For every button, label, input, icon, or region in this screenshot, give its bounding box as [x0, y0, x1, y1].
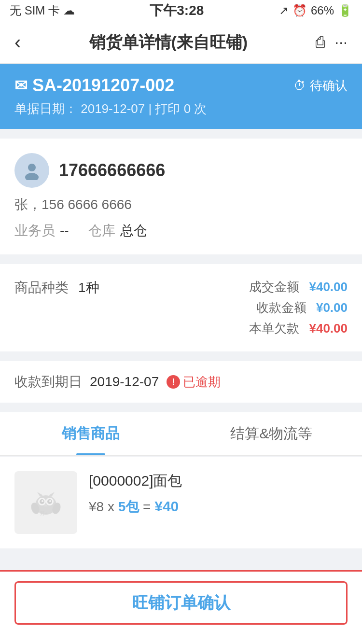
tab-settlement[interactable]: 结算&物流等 — [181, 412, 362, 455]
due-card: 收款到期日 2019-12-07 ! 已逾期 — [0, 361, 362, 403]
order-icon: ✉ — [14, 76, 28, 95]
customer-top: 17666666666 — [14, 153, 348, 188]
svg-point-8 — [49, 500, 51, 502]
order-meta: 单据日期： 2019-12-07 | 打印 0 次 — [14, 100, 348, 117]
svg-point-0 — [28, 164, 36, 171]
svg-point-7 — [42, 500, 43, 502]
header-card-top: ✉ SA-20191207-002 ⏱ 待确认 — [14, 75, 348, 96]
tab-settlement-label: 结算&物流等 — [230, 425, 312, 441]
salesperson-value: -- — [60, 223, 69, 238]
location-icon: ↗ — [279, 4, 289, 17]
price-quantity: 5包 — [118, 499, 139, 514]
order-id-text: SA-20191207-002 — [32, 75, 174, 96]
warehouse-item: 仓库 总仓 — [88, 222, 147, 240]
summary-card: 商品种类 1种 成交金额 ¥40.00 收款金额 ¥0.00 本单欠款 ¥40.… — [0, 264, 362, 351]
status-time: 下午3:28 — [150, 1, 204, 20]
overdue-badge: ! 已逾期 — [167, 374, 221, 391]
bottom-btn-container: 旺铺订单确认 — [0, 570, 362, 644]
due-label: 收款到期日 — [14, 373, 82, 391]
tab-products-label: 销售商品 — [62, 425, 120, 441]
alarm-icon: ⏰ — [292, 4, 307, 17]
price-unit: ¥8 — [89, 499, 104, 514]
avatar — [14, 153, 49, 188]
nav-actions: ⎙ ··· — [316, 33, 348, 51]
product-price: ¥8 x 5包 = ¥40 — [89, 498, 348, 516]
summary-right: 成交金额 ¥40.00 收款金额 ¥0.00 本单欠款 ¥40.00 — [249, 279, 348, 337]
salesperson-label: 业务员 — [14, 222, 55, 240]
tabs-container: 销售商品 结算&物流等 — [0, 412, 362, 456]
overdue-icon: ! — [167, 375, 180, 389]
amount-row: 成交金额 ¥40.00 — [249, 279, 348, 295]
print-info: | 打印 0 次 — [148, 101, 207, 116]
price-multiply: x — [108, 499, 118, 514]
nav-bar: ‹ 销货单详情(来自旺铺) ⎙ ··· — [0, 21, 362, 64]
tab-products[interactable]: 销售商品 — [0, 412, 181, 455]
status-right: ↗ ⏰ 66% 🔋 — [279, 4, 352, 17]
battery-text: 66% — [311, 4, 334, 17]
status-badge: ⏱ 待确认 — [293, 77, 348, 94]
product-image: 野+ — [14, 471, 77, 534]
receipt-row: 收款金额 ¥0.00 — [256, 299, 348, 316]
amount-value: ¥40.00 — [309, 280, 348, 294]
svg-text:野+: 野+ — [40, 511, 48, 516]
warehouse-label: 仓库 — [88, 222, 115, 240]
price-total: ¥40 — [154, 498, 179, 514]
receipt-label: 收款金额 — [256, 299, 306, 316]
product-card: 野+ [0000002]面包 ¥8 x 5包 = ¥40 — [0, 457, 362, 548]
customer-name: 张，156 6666 6666 — [14, 196, 348, 214]
product-image-logo: 野+ — [27, 488, 65, 517]
confirm-button[interactable]: 旺铺订单确认 — [14, 581, 348, 625]
status-bar: 无 SIM 卡 ☁ 下午3:28 ↗ ⏰ 66% 🔋 — [0, 0, 362, 21]
summary-left: 商品种类 1种 — [14, 279, 99, 297]
status-clock-icon: ⏱ — [293, 78, 306, 93]
price-equals: = — [143, 499, 154, 514]
customer-card: 17666666666 张，156 6666 6666 业务员 -- 仓库 总仓 — [0, 139, 362, 254]
date-label: 单据日期： — [14, 101, 77, 116]
svg-point-1 — [25, 173, 39, 180]
debt-value: ¥40.00 — [309, 321, 348, 336]
header-card: ✉ SA-20191207-002 ⏱ 待确认 单据日期： 2019-12-07… — [0, 64, 362, 129]
customer-phone: 17666666666 — [59, 160, 165, 181]
due-date: 2019-12-07 — [90, 374, 159, 390]
sim-status: 无 SIM 卡 ☁ — [10, 3, 75, 18]
customer-details: 业务员 -- 仓库 总仓 — [14, 222, 348, 240]
warehouse-value: 总仓 — [120, 222, 147, 240]
order-id: ✉ SA-20191207-002 — [14, 75, 174, 96]
status-left: 无 SIM 卡 ☁ — [10, 3, 75, 18]
product-type-label: 商品种类 — [14, 279, 69, 297]
overdue-text: 已逾期 — [183, 374, 221, 391]
receipt-value: ¥0.00 — [316, 300, 348, 315]
page-title: 销货单详情(来自旺铺) — [89, 31, 248, 54]
product-type-value: 1种 — [78, 279, 99, 297]
product-name: [0000002]面包 — [89, 471, 348, 491]
confirm-button-label: 旺铺订单确认 — [132, 592, 230, 614]
debt-label: 本单欠款 — [249, 320, 299, 337]
salesperson-item: 业务员 -- — [14, 222, 69, 240]
order-date: 2019-12-07 — [81, 101, 145, 116]
battery-icon: 🔋 — [338, 4, 352, 17]
status-text: 待确认 — [310, 77, 348, 94]
amount-label: 成交金额 — [249, 279, 299, 295]
share-button[interactable]: ⎙ — [316, 33, 325, 51]
back-button[interactable]: ‹ — [14, 31, 21, 53]
debt-row: 本单欠款 ¥40.00 — [249, 320, 348, 337]
more-button[interactable]: ··· — [334, 33, 348, 51]
product-info: [0000002]面包 ¥8 x 5包 = ¥40 — [89, 471, 348, 516]
